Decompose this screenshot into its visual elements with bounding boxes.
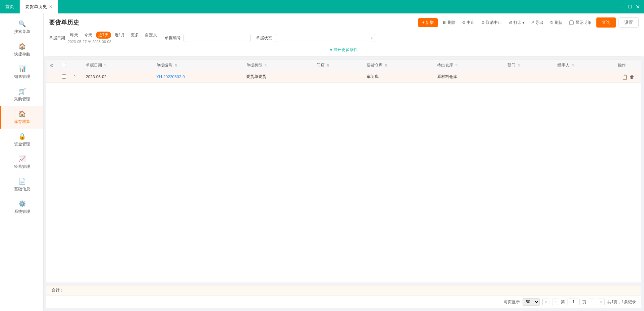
th-doc-type: 单据类型 ⇅: [243, 60, 313, 71]
last-page-button[interactable]: »: [598, 299, 605, 305]
print-icon: 🖨: [508, 20, 513, 25]
refresh-icon: ↻: [550, 20, 553, 25]
th-dept: 部门 ⇅: [504, 60, 554, 71]
th-action: 操作: [614, 60, 641, 71]
th-handler-label: 经手人: [557, 63, 570, 68]
row-doc-number-cell[interactable]: YH-20230602-0: [153, 71, 243, 83]
th-req-warehouse: 要货仓库 ⇅: [363, 60, 434, 71]
pagination-bar: 每页显示 50 20 100 « ‹ 第 页 › » 共1页，1条记录: [46, 295, 641, 308]
inventory-icon: 🏠: [18, 110, 26, 118]
total-info: 共1页，1条记录: [607, 299, 636, 305]
export-button-label: 导出: [535, 20, 543, 26]
sidebar-item-operations-mgmt-label: 经营管理: [14, 164, 30, 170]
show-detail-checkbox[interactable]: [569, 20, 574, 25]
window-controls: — □ ✕: [619, 4, 644, 10]
date-option-last1month[interactable]: 近1月: [112, 32, 127, 39]
date-option-today[interactable]: 今天: [82, 32, 95, 39]
sort-store-icon[interactable]: ⇅: [327, 63, 329, 67]
print-dropdown-icon: ▾: [523, 21, 524, 25]
sidebar-item-finance-mgmt[interactable]: 🔒 资金管理: [0, 129, 43, 151]
th-store: 门店 ⇅: [313, 60, 363, 71]
edit-action-icon[interactable]: 📋: [622, 74, 628, 80]
sort-pending-warehouse-icon[interactable]: ⇅: [455, 63, 458, 67]
th-doc-number-label: 单据编号: [156, 63, 172, 68]
sidebar-item-sales-mgmt[interactable]: 📊 销售管理: [0, 61, 43, 84]
refresh-button[interactable]: ↻ 刷新: [548, 18, 565, 27]
query-button[interactable]: 查询: [596, 17, 616, 28]
table-row: 1 2023-06-02 YH-20230602-0 要货单要货 车间库 原材料…: [46, 71, 641, 83]
doc-number-label: 单据编号: [165, 35, 181, 41]
sort-doc-date-icon[interactable]: ⇅: [104, 63, 107, 67]
system-mgmt-icon: ⚙️: [18, 200, 26, 208]
date-option-more[interactable]: 更多: [128, 32, 141, 39]
date-range-display: 2023-05-27 至 2023-06-02: [68, 39, 159, 44]
delete-button[interactable]: 🗑 删除: [440, 18, 458, 27]
doc-status-label: 单据状态: [256, 35, 272, 41]
th-pending-warehouse: 待出仓库 ⇅: [434, 60, 504, 71]
sidebar-item-search-menu-label: 搜索菜单: [14, 29, 30, 35]
th-settings: ⚙: [46, 60, 58, 71]
sort-dept-icon[interactable]: ⇅: [518, 63, 521, 67]
sort-req-warehouse-icon[interactable]: ⇅: [385, 63, 387, 67]
sidebar-item-basic-info[interactable]: 📄 基础信息: [0, 174, 43, 196]
close-window-icon[interactable]: ✕: [636, 4, 640, 10]
sidebar-item-search-menu[interactable]: 🔍 搜索菜单: [0, 16, 43, 39]
select-all-checkbox[interactable]: [62, 63, 66, 67]
print-button-label: 打印: [514, 20, 522, 26]
export-button[interactable]: ↗ 导出: [529, 18, 545, 27]
sidebar-item-purchase-mgmt[interactable]: 🛒 采购管理: [0, 84, 43, 106]
sort-doc-number-icon[interactable]: ⇅: [175, 63, 177, 67]
row-checkbox[interactable]: [62, 74, 66, 79]
date-filter-group: 单据日期 昨天 今天 近7天 近1月 更多 自定义 2023-05-27 至 2…: [49, 32, 159, 44]
sidebar-item-operations-mgmt[interactable]: 📈 经营管理: [0, 151, 43, 174]
tab-home[interactable]: 首页: [0, 0, 20, 13]
doc-number-link[interactable]: YH-20230602-0: [156, 75, 185, 79]
settings-button[interactable]: 设置: [619, 17, 639, 28]
print-button[interactable]: 🖨 打印 ▾: [506, 18, 526, 27]
cancel-stop-button[interactable]: ⊘ 取消中止: [479, 18, 504, 27]
sort-handler-icon[interactable]: ⇅: [572, 63, 575, 67]
sidebar-item-inventory[interactable]: 🏠 库存核算: [0, 106, 43, 129]
next-page-button[interactable]: ›: [589, 299, 595, 305]
purchase-mgmt-icon: 🛒: [18, 88, 26, 95]
date-option-last7days[interactable]: 近7天: [96, 32, 111, 39]
th-store-label: 门店: [317, 63, 325, 68]
date-option-custom[interactable]: 自定义: [143, 32, 159, 39]
sidebar-item-basic-info-label: 基础信息: [14, 186, 30, 192]
doc-number-input[interactable]: [183, 34, 251, 42]
expand-icon: ▾: [330, 48, 332, 52]
page-prefix: 第: [561, 299, 565, 305]
date-option-yesterday[interactable]: 昨天: [68, 32, 80, 39]
action-icons: 📋 🗑: [618, 74, 638, 80]
table-container: ⚙ 单据日期 ⇅ 单据编号 ⇅: [46, 59, 641, 282]
sidebar: 🔍 搜索菜单 🏠 快捷导航 📊 销售管理 🛒 采购管理 🏠 库存核算 🔒 资金管…: [0, 13, 44, 311]
doc-status-select-wrapper: [275, 34, 375, 42]
first-page-button[interactable]: «: [542, 299, 549, 305]
table-settings-icon[interactable]: ⚙: [50, 63, 54, 68]
search-menu-icon: 🔍: [18, 20, 26, 28]
current-page-input[interactable]: [568, 299, 580, 305]
sidebar-item-system-mgmt[interactable]: ⚙️ 系统管理: [0, 196, 43, 219]
sales-mgmt-icon: 📊: [18, 65, 26, 73]
expand-label: 展开更多条件: [333, 47, 358, 53]
page-size-label: 每页显示: [504, 299, 520, 305]
minimize-icon[interactable]: —: [619, 4, 624, 10]
page-title-row: 要货单历史 + 新增 🗑 删除 ⊘ 中止 ⊘ 取消中止: [49, 17, 639, 28]
show-detail-toggle[interactable]: 显示明细: [567, 18, 594, 27]
content-area: 要货单历史 + 新增 🗑 删除 ⊘ 中止 ⊘ 取消中止: [44, 13, 644, 311]
new-button[interactable]: + 新增: [418, 18, 438, 27]
sidebar-item-quick-nav[interactable]: 🏠 快捷导航: [0, 39, 43, 61]
doc-status-select[interactable]: [275, 34, 375, 42]
prev-page-button[interactable]: ‹: [552, 299, 558, 305]
expand-more-button[interactable]: ▾ 展开更多条件: [49, 47, 639, 53]
tab-requisition-history[interactable]: 要货单历史 ✕: [20, 0, 58, 13]
sort-doc-type-icon[interactable]: ⇅: [264, 63, 267, 67]
tab-close-icon[interactable]: ✕: [49, 4, 52, 9]
maximize-icon[interactable]: □: [628, 4, 632, 10]
stop-button[interactable]: ⊘ 中止: [460, 18, 477, 27]
delete-action-icon[interactable]: 🗑: [630, 74, 634, 80]
date-options: 昨天 今天 近7天 近1月 更多 自定义: [68, 32, 159, 39]
th-doc-number: 单据编号 ⇅: [153, 60, 243, 71]
cancel-stop-button-label: 取消中止: [486, 20, 502, 26]
page-size-select[interactable]: 50 20 100: [523, 298, 540, 306]
